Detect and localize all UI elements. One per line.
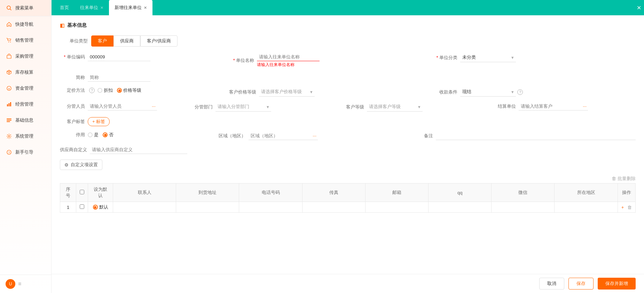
pricing-radio-price-level[interactable]: 价格等级 <box>117 87 141 93</box>
tab-home[interactable]: 首页 <box>54 0 74 15</box>
chevron-down-icon-5: ▾ <box>418 104 421 109</box>
cancel-button[interactable]: 取消 <box>539 278 564 290</box>
supplier-custom-input[interactable] <box>90 146 187 154</box>
field-pricing-method: 定价方法 ? 折扣 价格等级 <box>60 87 229 93</box>
tab-partner[interactable]: 往来单位 ✕ <box>74 0 109 15</box>
short-name-label: 简称 <box>60 74 88 81</box>
field-remark: 备注 <box>408 132 636 140</box>
unit-category-select[interactable]: 未分类 ▾ <box>460 53 516 62</box>
close-all-tabs[interactable]: ✕ <box>637 5 641 11</box>
save-button[interactable]: 保存 <box>568 278 594 290</box>
tab-new-partner[interactable]: 新增往来单位 ✕ <box>109 0 152 15</box>
row-delete-btn[interactable]: 🗑 <box>627 205 632 210</box>
unit-btn-both[interactable]: 客户/供应商 <box>140 35 178 47</box>
sidebar-item-guide[interactable]: ? 新手引导 <box>0 144 51 160</box>
row-qq[interactable] <box>429 202 492 213</box>
row-checkbox-cell[interactable] <box>76 202 88 213</box>
chevron-down-icon: ▾ <box>511 55 514 60</box>
row-phone-input[interactable] <box>243 205 298 210</box>
row-default-radio[interactable]: 默认 <box>92 204 109 210</box>
sidebar-item-basic-info[interactable]: 基础信息 <box>0 112 51 128</box>
disable-no[interactable]: 否 <box>103 132 113 138</box>
pricing-help-icon[interactable]: ? <box>89 88 95 93</box>
home-icon <box>6 21 13 28</box>
row-checkbox[interactable] <box>80 204 84 209</box>
row-contact-input[interactable] <box>117 205 172 210</box>
row-phone[interactable] <box>239 202 302 213</box>
region-dots-btn[interactable]: ··· <box>311 133 318 138</box>
disable-yes[interactable]: 是 <box>88 132 99 138</box>
unit-name-input[interactable] <box>257 53 320 61</box>
col-address: 到货地址 <box>176 184 239 202</box>
manager-dots-btn[interactable]: ··· <box>150 104 157 109</box>
section-title: 基本信息 <box>67 22 87 29</box>
region-input[interactable] <box>249 132 311 140</box>
sidebar-item-operations[interactable]: 经营管理 <box>0 96 51 112</box>
row-email[interactable] <box>365 202 428 213</box>
customer-tag-label: 客户标签 <box>60 119 88 125</box>
svg-rect-4 <box>7 55 11 58</box>
customer-level-select[interactable]: 请选择客户等级 ▾ <box>367 102 423 112</box>
row-wechat[interactable] <box>492 202 555 213</box>
remark-input[interactable] <box>436 132 636 140</box>
payment-help-icon[interactable]: ? <box>517 89 523 95</box>
row-email-input[interactable] <box>369 205 425 210</box>
svg-text:¥: ¥ <box>8 87 10 90</box>
col-wechat: 微信 <box>492 184 555 202</box>
row-wechat-input[interactable] <box>495 205 551 210</box>
row-area[interactable] <box>555 202 618 213</box>
col-area: 所在地区 <box>555 184 618 202</box>
sidebar-item-search-label: 搜索菜单 <box>15 5 33 11</box>
sidebar-item-system[interactable]: 系统管理 <box>0 128 51 144</box>
tab-new-partner-label: 新增往来单位 <box>115 5 142 11</box>
sidebar-item-sales[interactable]: 销售管理 <box>0 32 51 48</box>
manager-input[interactable] <box>88 102 150 110</box>
row-area-input[interactable] <box>558 205 614 210</box>
sidebar-item-search[interactable]: 搜索菜单 <box>0 0 51 16</box>
sidebar-item-quick-nav[interactable]: 快捷导航 <box>0 16 51 32</box>
row-unit-code-name-category: 单位编码 单位名称 请输入往来单位名称 单位分类 未分类 ▾ <box>60 53 636 68</box>
pricing-radio-discount[interactable]: 折扣 <box>97 87 113 93</box>
row-address[interactable] <box>176 202 239 213</box>
table-header-row: 序号 设为默认 联系人 到货地址 电话号码 传真 邮箱 qq 微信 所在地区 操… <box>60 184 636 202</box>
row-address-input[interactable] <box>180 205 235 210</box>
row-default-circle <box>93 205 98 210</box>
col-phone: 电话号码 <box>239 184 302 202</box>
row-qq-input[interactable] <box>432 205 488 210</box>
sidebar-item-finance[interactable]: ¥ 资金管理 <box>0 80 51 96</box>
row-add-btn[interactable]: + <box>621 205 624 210</box>
add-tag-btn[interactable]: + 标签 <box>88 117 110 126</box>
manager-input-wrap: ··· <box>88 102 157 111</box>
save-new-button[interactable]: 保存并新增 <box>598 278 636 290</box>
select-all-checkbox[interactable] <box>80 190 84 194</box>
svg-rect-7 <box>7 104 8 106</box>
field-manager: 分管人员 ··· <box>60 102 181 111</box>
settlement-unit-input[interactable] <box>519 102 581 110</box>
settlement-dots-btn[interactable]: ··· <box>581 104 588 109</box>
tab-partner-close[interactable]: ✕ <box>100 6 103 10</box>
customer-price-level-select[interactable]: 请选择客户价格等级 ▾ <box>259 87 315 97</box>
field-short-name: 简称 <box>60 73 636 82</box>
sidebar-item-purchase-label: 采购管理 <box>15 53 33 59</box>
footer-bar: 取消 保存 保存并新增 <box>52 274 644 293</box>
row-fax-input[interactable] <box>306 205 362 210</box>
sidebar-item-inventory[interactable]: 库存核算 <box>0 64 51 80</box>
unit-category-label: 单位分类 <box>432 55 460 61</box>
tab-new-partner-close[interactable]: ✕ <box>144 6 147 10</box>
disable-radio-group: 是 否 <box>88 132 113 138</box>
payment-terms-select[interactable]: 现结 ▾ <box>460 87 516 97</box>
short-name-input[interactable] <box>88 73 150 82</box>
batch-delete-btn[interactable]: 🗑 批量删除 <box>60 176 636 182</box>
field-region: 区域（地区） ··· <box>219 132 401 140</box>
unit-code-input[interactable] <box>88 53 150 61</box>
col-checkbox[interactable] <box>76 184 88 202</box>
customize-settings-btn[interactable]: ⚙ 自定义项设置 <box>60 160 102 170</box>
row-contact[interactable] <box>113 202 176 213</box>
row-fax[interactable] <box>302 202 365 213</box>
field-unit-code: 单位编码 <box>60 53 229 61</box>
department-select[interactable]: 请输入分管部门 ▾ <box>215 102 271 112</box>
unit-btn-supplier[interactable]: 供应商 <box>113 35 140 47</box>
manager-label: 分管人员 <box>60 103 88 109</box>
sidebar-item-purchase[interactable]: 采购管理 <box>0 48 51 64</box>
unit-btn-customer[interactable]: 客户 <box>91 35 113 47</box>
